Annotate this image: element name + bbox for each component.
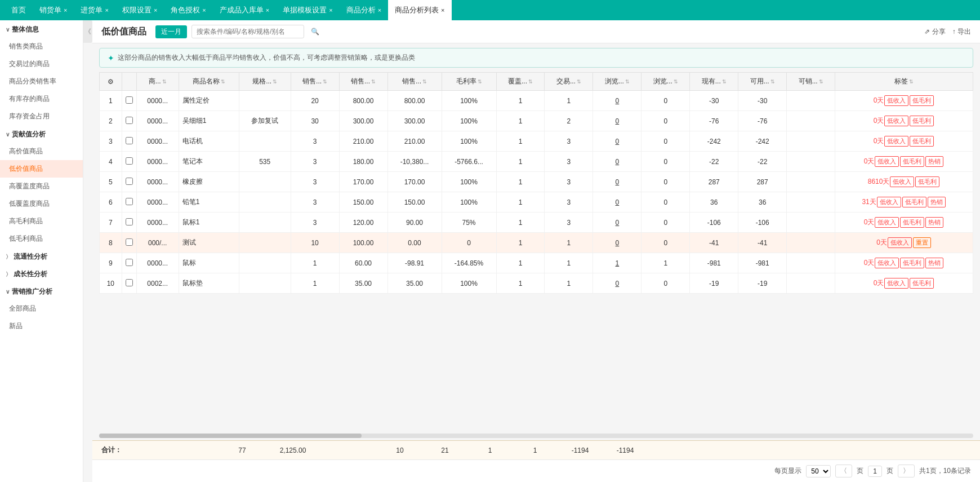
sidebar-group-整体信息[interactable]: ∨整体信息 bbox=[0, 20, 83, 38]
cell-sales_qty: 10 bbox=[291, 233, 339, 253]
sidebar-item-低覆盖度商品[interactable]: 低覆盖度商品 bbox=[0, 195, 83, 213]
col-header-code[interactable]: 商...⇅ bbox=[136, 73, 179, 91]
browse1-link[interactable]: 0 bbox=[616, 198, 620, 206]
row-checkbox[interactable] bbox=[126, 96, 133, 104]
table-row: 70000...鼠标13120.0090.0075%1300-106-1060天… bbox=[100, 213, 973, 233]
row-checkbox[interactable] bbox=[126, 238, 133, 246]
days-label: 0天 bbox=[864, 218, 875, 226]
search-icon[interactable]: 🔍 bbox=[311, 28, 319, 36]
cell-tag: 0天低收入低毛利 bbox=[835, 273, 973, 294]
browse1-link[interactable]: 0 bbox=[616, 97, 620, 105]
row-checkbox[interactable] bbox=[126, 137, 133, 144]
cell-available: 287 bbox=[738, 172, 787, 192]
search-input[interactable] bbox=[191, 25, 304, 38]
nav-close-权限设置[interactable]: × bbox=[154, 7, 157, 14]
sidebar-item-高覆盖度商品[interactable]: 高覆盖度商品 bbox=[0, 178, 83, 195]
next-page-btn[interactable]: 〉 bbox=[898, 465, 915, 477]
nav-close-角色授权[interactable]: × bbox=[202, 7, 206, 14]
nav-close-销货单[interactable]: × bbox=[64, 7, 67, 14]
cell-name: 属性定价 bbox=[179, 91, 239, 111]
col-header-spec[interactable]: 规格...⇅ bbox=[239, 73, 291, 91]
sidebar-group-营销推广分析[interactable]: ∨营销推广分析 bbox=[0, 282, 83, 300]
nav-close-商品分析列表[interactable]: × bbox=[441, 7, 444, 14]
nav-close-产成品入库单[interactable]: × bbox=[266, 7, 269, 14]
cell-spec bbox=[239, 172, 291, 192]
col-header-trade[interactable]: 交易...⇅ bbox=[545, 73, 593, 91]
nav-close-单据模板设置[interactable]: × bbox=[329, 7, 332, 14]
browse1-link[interactable]: 0 bbox=[616, 219, 620, 227]
browse1-link[interactable]: 0 bbox=[616, 158, 620, 166]
cell-settings: 4 bbox=[100, 152, 122, 172]
sidebar-item-低价值商品[interactable]: 低价值商品 bbox=[0, 160, 83, 178]
cell-spec: 535 bbox=[239, 152, 291, 172]
nav-item-商品分析列表[interactable]: 商品分析列表× bbox=[388, 0, 451, 20]
col-header-name[interactable]: 商品名称⇅ bbox=[179, 73, 239, 91]
sidebar-item-高价值商品[interactable]: 高价值商品 bbox=[0, 143, 83, 160]
browse1-link[interactable]: 0 bbox=[616, 138, 620, 145]
col-header-sales_amount[interactable]: 销售...⇅ bbox=[339, 73, 387, 91]
browse1-link[interactable]: 0 bbox=[616, 178, 620, 186]
cell-sales_qty: 3 bbox=[291, 172, 339, 192]
col-header-available[interactable]: 可用...⇅ bbox=[738, 73, 787, 91]
col-header-browse1[interactable]: 浏览...⇅ bbox=[593, 73, 642, 91]
row-checkbox[interactable] bbox=[126, 178, 133, 185]
col-header-browse2[interactable]: 浏览...⇅ bbox=[642, 73, 690, 91]
filter-button[interactable]: 近一月 bbox=[155, 25, 187, 38]
row-checkbox[interactable] bbox=[126, 259, 133, 266]
sidebar-item-销售类商品[interactable]: 销售类商品 bbox=[0, 38, 83, 55]
product-tag: 低收入 bbox=[884, 278, 908, 289]
row-checkbox[interactable] bbox=[126, 117, 133, 124]
sidebar-item-交易过的商品[interactable]: 交易过的商品 bbox=[0, 55, 83, 73]
sidebar-item-全部商品[interactable]: 全部商品 bbox=[0, 300, 83, 317]
sidebar-item-高毛利商品[interactable]: 高毛利商品 bbox=[0, 213, 83, 230]
sidebar-item-商品分类销售率[interactable]: 商品分类销售率 bbox=[0, 73, 83, 90]
cell-sales_qty: 30 bbox=[291, 111, 339, 131]
nav-item-首页[interactable]: 首页 bbox=[5, 0, 33, 20]
sidebar-group-贡献值分析[interactable]: ∨贡献值分析 bbox=[0, 125, 83, 143]
nav-item-商品分析[interactable]: 商品分析× bbox=[340, 0, 388, 20]
product-tag: 低毛利 bbox=[900, 258, 924, 268]
cell-sales_price: 300.00 bbox=[387, 111, 442, 131]
browse1-link[interactable]: 1 bbox=[616, 259, 620, 267]
nav-item-进货单[interactable]: 进货单× bbox=[74, 0, 115, 20]
prev-page-btn[interactable]: 〈 bbox=[835, 465, 852, 477]
browse1-link[interactable]: 0 bbox=[616, 280, 620, 288]
col-header-sales_qty[interactable]: 销售...⇅ bbox=[291, 73, 339, 91]
nav-item-单据模板设置[interactable]: 单据模板设置× bbox=[276, 0, 339, 20]
col-header-tag[interactable]: 标签⇅ bbox=[835, 73, 973, 91]
page-size-select[interactable]: 50 bbox=[806, 465, 831, 477]
row-checkbox[interactable] bbox=[126, 218, 133, 225]
sidebar-item-库存资金占用[interactable]: 库存资金占用 bbox=[0, 108, 83, 125]
col-header-gross_rate[interactable]: 毛利率⇅ bbox=[442, 73, 496, 91]
col-header-coverage[interactable]: 覆盖...⇅ bbox=[496, 73, 545, 91]
cell-sales_qty: 3 bbox=[291, 213, 339, 233]
sidebar-item-有库存的商品[interactable]: 有库存的商品 bbox=[0, 90, 83, 108]
nav-item-销货单[interactable]: 销货单× bbox=[33, 0, 74, 20]
cell-available: -76 bbox=[738, 111, 787, 131]
row-checkbox[interactable] bbox=[126, 157, 133, 165]
sidebar-item-新品[interactable]: 新品 bbox=[0, 317, 83, 335]
scrollbar-thumb[interactable] bbox=[99, 434, 362, 438]
row-checkbox[interactable] bbox=[126, 279, 133, 286]
product-tag: 热销 bbox=[925, 258, 943, 268]
nav-item-角色授权[interactable]: 角色授权× bbox=[164, 0, 212, 20]
nav-close-商品分析[interactable]: × bbox=[378, 7, 381, 14]
nav-close-进货单[interactable]: × bbox=[105, 7, 108, 14]
sidebar-group-流通性分析[interactable]: 〉流通性分析 bbox=[0, 247, 83, 265]
col-header-current_stock[interactable]: 现有...⇅ bbox=[690, 73, 738, 91]
col-header-sales_price[interactable]: 销售...⇅ bbox=[387, 73, 442, 91]
browse1-link[interactable]: 0 bbox=[616, 239, 620, 247]
export-action[interactable]: ↑ 导出 bbox=[952, 27, 971, 37]
scrollbar[interactable] bbox=[99, 434, 973, 438]
cell-gross_rate: 75% bbox=[442, 213, 496, 233]
sidebar-group-成长性分析[interactable]: 〉成长性分析 bbox=[0, 265, 83, 282]
col-header-saleable[interactable]: 可销...⇅ bbox=[787, 73, 835, 91]
share-action[interactable]: ⇗ 分享 bbox=[924, 27, 945, 37]
browse1-link[interactable]: 0 bbox=[616, 117, 620, 125]
row-checkbox[interactable] bbox=[126, 198, 133, 205]
product-tag: 低毛利 bbox=[910, 95, 934, 106]
sidebar-item-低毛利商品[interactable]: 低毛利商品 bbox=[0, 230, 83, 247]
nav-item-产成品入库单[interactable]: 产成品入库单× bbox=[213, 0, 276, 20]
sidebar-collapse-btn[interactable]: 《 bbox=[83, 20, 92, 43]
nav-item-权限设置[interactable]: 权限设置× bbox=[115, 0, 164, 20]
